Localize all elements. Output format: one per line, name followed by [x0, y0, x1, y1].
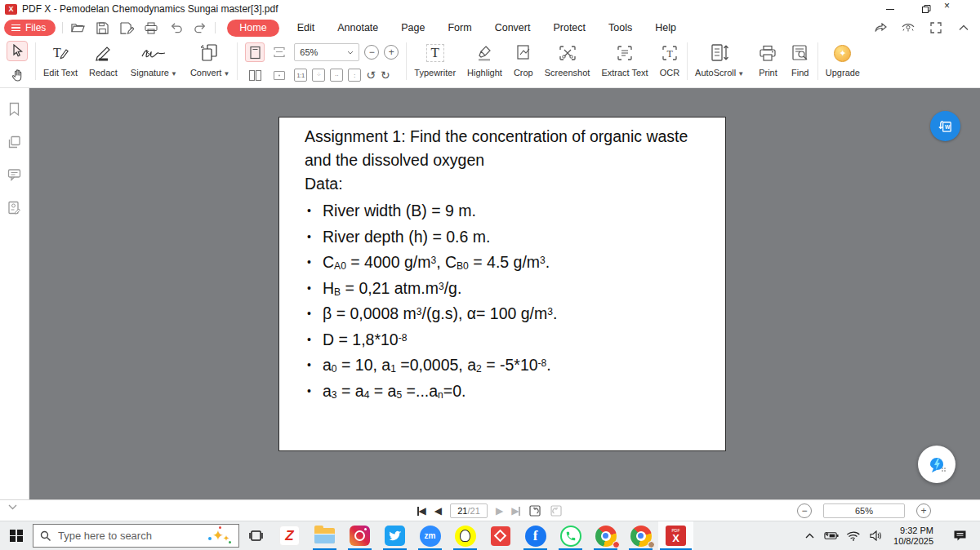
- previous-page-button[interactable]: ◀: [434, 506, 442, 516]
- tab-home[interactable]: Home: [227, 20, 278, 37]
- ocr-button[interactable]: T OCR: [660, 42, 679, 78]
- extract-text-button[interactable]: Extract Text: [601, 42, 648, 78]
- open-file-icon[interactable]: [69, 20, 86, 35]
- taskbar-app-twitter[interactable]: [377, 521, 412, 550]
- restore-button[interactable]: [908, 0, 944, 18]
- zoom-combobox[interactable]: 65%: [294, 43, 359, 61]
- two-page-view-button[interactable]: [245, 65, 265, 85]
- screenshot-button[interactable]: Screenshot: [545, 42, 590, 78]
- tray-expand-chevron-icon[interactable]: [802, 528, 817, 544]
- last-page-button[interactable]: ▶: [511, 506, 520, 516]
- save-icon[interactable]: [94, 20, 110, 35]
- taskbar-app-zoom[interactable]: zm: [412, 521, 448, 550]
- actual-size-button[interactable]: 1:1: [294, 69, 307, 82]
- first-page-button[interactable]: ◀: [417, 506, 426, 516]
- zoom-in-button[interactable]: +: [384, 45, 399, 60]
- rotate-left-icon[interactable]: ↺: [366, 69, 376, 82]
- signature-button[interactable]: Signature▼: [131, 42, 177, 78]
- share-icon[interactable]: [872, 20, 889, 35]
- select-tool-button[interactable]: [7, 41, 28, 61]
- previous-view-icon[interactable]: [528, 504, 541, 517]
- ai-assistant-widget[interactable]: [918, 446, 956, 483]
- snapchat-icon: [455, 526, 476, 547]
- action-center-button[interactable]: [944, 521, 975, 550]
- tab-edit[interactable]: Edit: [286, 22, 327, 33]
- minimize-button[interactable]: [872, 0, 908, 18]
- taskbar-search-input[interactable]: Type here to search ✦✦: [33, 524, 239, 548]
- bookmarks-panel-icon[interactable]: [7, 101, 23, 118]
- taskbar-app-zinio[interactable]: Z: [272, 521, 307, 550]
- tab-tools[interactable]: Tools: [597, 22, 644, 33]
- start-button[interactable]: [0, 521, 33, 550]
- task-view-button[interactable]: [239, 521, 272, 550]
- statusbar-zoom-out-button[interactable]: −: [797, 503, 812, 518]
- tab-protect[interactable]: Protect: [541, 22, 597, 33]
- find-button[interactable]: Find: [791, 42, 810, 78]
- zoom-out-button[interactable]: −: [364, 45, 379, 60]
- comments-panel-icon[interactable]: [7, 166, 23, 183]
- tab-convert[interactable]: Convert: [483, 22, 542, 33]
- fit-width-button[interactable]: ··: [330, 69, 343, 82]
- quick-print-icon[interactable]: [143, 20, 159, 35]
- page-thumbnails-panel-icon[interactable]: [7, 134, 23, 150]
- autoscroll-button[interactable]: AutoScroll▼: [695, 42, 744, 78]
- files-button[interactable]: Files: [4, 20, 56, 36]
- hand-tool-button[interactable]: [7, 64, 28, 85]
- statusbar-zoom-in-button[interactable]: +: [916, 503, 931, 518]
- wifi-icon[interactable]: [846, 528, 861, 544]
- taskbar-app-facebook[interactable]: f: [518, 521, 553, 550]
- tab-page[interactable]: Page: [390, 22, 436, 33]
- close-button[interactable]: ×: [944, 0, 980, 18]
- whatsapp-icon: [560, 526, 581, 547]
- print-icon: [759, 42, 777, 64]
- taskbar-app-chrome-1[interactable]: [588, 521, 623, 550]
- taskbar-app-chrome-2[interactable]: [623, 521, 658, 550]
- rotate-right-icon[interactable]: ↻: [381, 69, 390, 82]
- taskbar-app-send-anywhere[interactable]: [483, 521, 518, 550]
- assignment-title: Assignment 1: Find the concentration of …: [305, 125, 704, 172]
- battery-icon[interactable]: [824, 528, 839, 544]
- tab-help[interactable]: Help: [644, 22, 688, 33]
- fit-height-button[interactable]: :: [348, 69, 361, 82]
- print-button[interactable]: Print: [759, 42, 777, 78]
- statusbar-zoom-value[interactable]: 65%: [823, 503, 905, 518]
- pdf-page[interactable]: Assignment 1: Find the concentration of …: [278, 117, 726, 451]
- signatures-panel-icon[interactable]: [7, 199, 23, 215]
- continuous-view-button[interactable]: [270, 42, 289, 62]
- menubar: Files Home Edit Annotate: [0, 18, 980, 38]
- taskbar-clock[interactable]: 9:32 PM 10/8/2025: [890, 526, 937, 547]
- read-mode-eye-icon[interactable]: [900, 20, 916, 35]
- fullscreen-icon[interactable]: [928, 20, 944, 35]
- collapse-panel-chevron-icon[interactable]: [8, 504, 17, 510]
- redact-button[interactable]: Redact: [89, 42, 118, 78]
- tab-annotate[interactable]: Annotate: [326, 22, 390, 33]
- next-page-button[interactable]: ▶: [496, 506, 503, 516]
- extract-text-icon: [615, 42, 635, 64]
- fit-page-button[interactable]: ⁘: [312, 69, 325, 82]
- profile-badge: [648, 541, 655, 548]
- tab-form[interactable]: Form: [436, 22, 483, 33]
- taskbar-app-snapchat[interactable]: [448, 521, 483, 550]
- two-page-scroll-view-button[interactable]: [270, 65, 289, 85]
- crop-button[interactable]: Crop: [514, 42, 533, 78]
- taskbar-app-pdf-x[interactable]: PDFX: [658, 521, 693, 550]
- typewriter-button[interactable]: T Typewriter: [414, 42, 456, 78]
- taskbar-app-instagram[interactable]: [342, 521, 377, 550]
- taskbar-app-whatsapp[interactable]: [553, 521, 588, 550]
- volume-icon[interactable]: [868, 528, 883, 544]
- page-number-input[interactable]: 21/21: [450, 503, 488, 518]
- single-page-view-button[interactable]: [245, 42, 265, 62]
- instagram-icon: [350, 526, 370, 546]
- next-view-icon[interactable]: [550, 504, 563, 517]
- taskbar-app-file-explorer[interactable]: [307, 521, 342, 550]
- highlight-button[interactable]: Highlight: [467, 42, 502, 78]
- edit-text-button[interactable]: T Edit Text: [43, 42, 78, 78]
- undo-icon[interactable]: [167, 20, 184, 35]
- collapse-ribbon-icon[interactable]: [956, 20, 972, 35]
- autoscroll-icon: [709, 42, 730, 64]
- convert-button[interactable]: Convert▼: [190, 42, 229, 78]
- redo-icon[interactable]: [192, 20, 208, 35]
- save-as-icon[interactable]: [118, 20, 135, 35]
- upgrade-button[interactable]: ✦ Upgrade: [826, 42, 860, 78]
- convert-to-word-widget[interactable]: W: [930, 111, 960, 141]
